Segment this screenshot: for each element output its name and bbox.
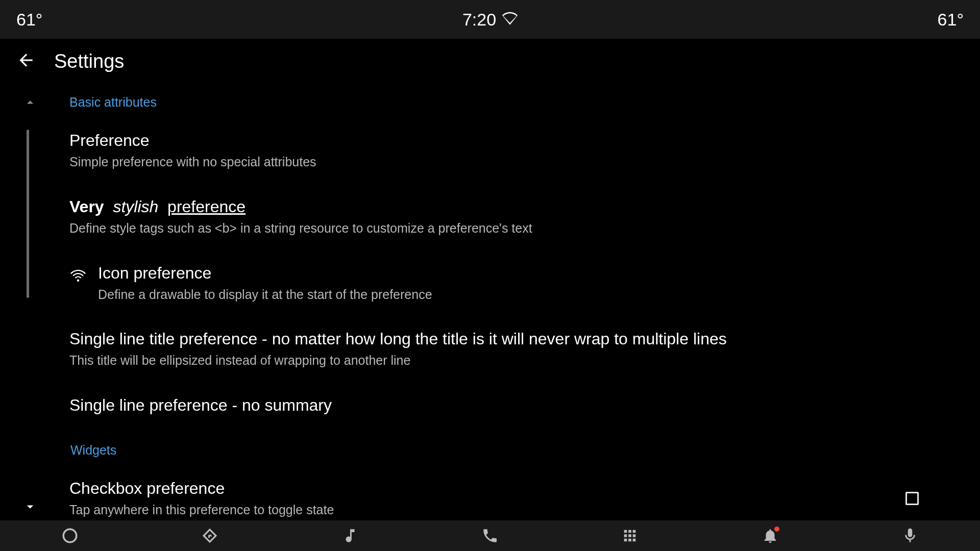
pref-summary: Simple preference with no special attrib… (69, 154, 939, 171)
status-bar: 61° 7:20 61° (0, 0, 980, 39)
notification-dot-icon (774, 527, 779, 532)
nav-apps-button[interactable] (618, 523, 642, 548)
nav-directions-button[interactable] (198, 523, 222, 548)
pref-stylish[interactable]: Very stylish preference Define style tag… (69, 196, 939, 237)
status-center: 7:20 (462, 10, 518, 30)
nav-phone-button[interactable] (478, 523, 502, 548)
pref-summary: Tap anywhere in this preference to toggl… (69, 502, 334, 519)
status-time: 7:20 (462, 10, 496, 30)
pref-title: Icon preference (98, 263, 939, 283)
nav-music-button[interactable] (338, 523, 362, 548)
app-bar: Settings (0, 39, 980, 84)
pref-title: Single line title preference - no matter… (69, 329, 939, 349)
pref-icon[interactable]: Icon preference Define a drawable to dis… (69, 263, 939, 304)
nav-assistant-button[interactable] (58, 523, 82, 548)
section-header-widgets: Widgets (69, 443, 939, 458)
preference-list: Basic attributes Preference Simple prefe… (46, 84, 980, 519)
svg-point-0 (77, 279, 80, 282)
pref-checkbox[interactable]: Checkbox preference Tap anywhere in this… (69, 478, 939, 519)
pref-simple[interactable]: Preference Simple preference with no spe… (69, 130, 939, 171)
checkbox[interactable] (905, 492, 919, 505)
nav-bar (0, 520, 980, 551)
styled-bold: Very (69, 197, 104, 216)
pref-summary: Define a drawable to display it at the s… (98, 286, 939, 304)
styled-underline: preference (167, 197, 246, 216)
wifi-empty-icon (502, 10, 518, 30)
scroll-down-button[interactable] (22, 499, 38, 516)
page-title: Settings (54, 51, 124, 72)
status-right-temp: 61° (938, 10, 964, 30)
svg-point-1 (63, 529, 77, 542)
nav-notifications-button[interactable] (758, 523, 782, 548)
pref-title: Very stylish preference (69, 196, 939, 217)
nav-voice-button[interactable] (898, 523, 922, 548)
scrollbar[interactable] (27, 130, 29, 298)
pref-title: Checkbox preference (69, 478, 334, 498)
scroll-up-button[interactable] (22, 95, 38, 112)
pref-title: Single line preference - no summary (69, 395, 939, 415)
wifi-icon (69, 268, 87, 287)
pref-title: Preference (69, 130, 939, 151)
back-button[interactable] (16, 51, 36, 72)
pref-singleline-nosummary[interactable]: Single line preference - no summary (69, 395, 939, 415)
styled-italic: stylish (113, 197, 158, 216)
content: Basic attributes Preference Simple prefe… (0, 84, 980, 520)
pref-summary: This title will be ellipsized instead of… (69, 352, 939, 369)
section-header-basic: Basic attributes (69, 95, 939, 110)
status-left-temp: 61° (16, 10, 42, 30)
pref-summary: Define style tags such as <b> in a strin… (69, 220, 939, 237)
pref-singleline-title[interactable]: Single line title preference - no matter… (69, 329, 939, 369)
